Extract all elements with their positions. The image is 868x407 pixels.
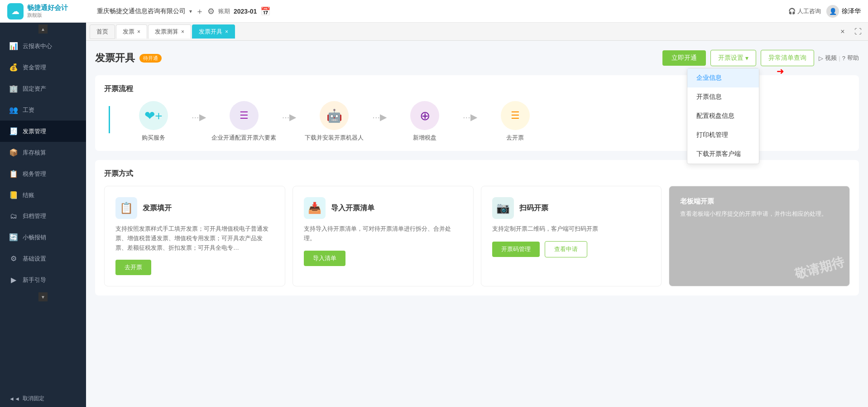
sidebar-item-fapiao[interactable]: 🧾 发票管理	[0, 121, 86, 142]
xinshou-icon: ▶	[9, 276, 18, 284]
arrow-3: ···▶	[372, 111, 387, 122]
status-badge: 待开通	[139, 54, 162, 63]
fapiao-icon: 🧾	[9, 127, 18, 136]
fill-icon: 📋	[115, 197, 137, 219]
period-label: 账期	[218, 7, 230, 15]
process-step-invoice: ☰ 去开票	[479, 101, 551, 142]
process-step-addtaxdisk: ⊕ 新增税盘	[388, 101, 461, 142]
dropdown-item-download[interactable]: 下载开票客户端	[687, 145, 759, 164]
close-tab-button[interactable]: ×	[836, 25, 849, 38]
buy-label: 购买服务	[142, 134, 165, 142]
buy-icon: ❤+	[139, 101, 168, 130]
settings-dropdown: 企业信息 开票信息 配置税盘信息 打印机管理	[687, 68, 759, 164]
cancel-fixed-button[interactable]: ◄◄ 取消固定	[0, 390, 86, 407]
gongzi-icon: 👥	[9, 106, 18, 114]
sidebar-label-gudingzichan: 固定资产	[23, 85, 46, 93]
kucun-icon: 📦	[9, 148, 18, 157]
maximize-button[interactable]: ⛶	[852, 25, 864, 38]
sidebar-item-gongzi[interactable]: 👥 工资	[0, 99, 86, 121]
method-card-import: 📥 导入开票清单 支持导入待开票清单，可对待开票清单进行拆分、合并处理。 导入清…	[293, 186, 474, 286]
dropdown-item-kaipiao[interactable]: 开票信息	[687, 87, 759, 107]
settings-button[interactable]: 开票设置 ▾	[710, 50, 756, 66]
page-title: 发票开具	[95, 51, 135, 65]
methods-grid: 📋 发票填开 支持按照发票样式手工填开发票；可开具增值税电子普通发票、增值税普通…	[104, 186, 850, 286]
username: 徐泽华	[842, 7, 861, 15]
dropdown-item-peizhi[interactable]: 配置税盘信息	[687, 107, 759, 126]
sidebar-item-zijin[interactable]: 💰 资金管理	[0, 57, 86, 78]
sidebar-item-jiezhang[interactable]: 📒 结账	[0, 184, 86, 206]
sidebar-label-yunbao: 云报表中心	[23, 42, 52, 50]
settings-label: 开票设置	[718, 54, 743, 62]
sidebar-item-yunbao[interactable]: 📊 云报表中心	[0, 35, 86, 57]
play-icon: ▷	[819, 55, 823, 62]
config-label: 企业开通配置开票六要素	[211, 134, 276, 142]
download-icon: 🤖	[320, 101, 349, 130]
sidebar-label-zijin: 资金管理	[23, 63, 46, 72]
download-label: 下载并安装开票机器人	[305, 134, 364, 142]
sidebar-label-fapiao: 发票管理	[23, 127, 46, 136]
import-list-button[interactable]: 导入清单	[304, 251, 345, 266]
tab-fapiao[interactable]: 发票 ×	[116, 24, 147, 39]
sidebar-label-xinshou: 新手引导	[23, 276, 46, 284]
activate-button[interactable]: 立即开通	[662, 50, 706, 66]
sidebar-label-guidang: 归档管理	[23, 212, 46, 220]
tab-home[interactable]: 首页	[90, 24, 115, 39]
import-desc: 支持导入待开票清单，可对待开票清单进行拆分、合并处理。	[304, 224, 462, 243]
method-card-scan: 📷 扫码开票 支持定制开票二维码，客户端可扫码开票 开票码管理 查看申请	[481, 186, 662, 286]
dropdown-item-printer[interactable]: 打印机管理	[687, 126, 759, 145]
scroll-up-button[interactable]: ▲	[38, 24, 48, 34]
scan-title: 扫码开票	[519, 204, 548, 213]
sidebar-label-xiaochang: 小畅报销	[23, 233, 46, 242]
user-info[interactable]: 👤 徐泽华	[826, 5, 861, 18]
tab-cesuan-close[interactable]: ×	[181, 29, 184, 35]
scroll-down-button[interactable]: ▼	[38, 292, 48, 301]
sidebar-item-xiaochang[interactable]: 🔄 小畅报销	[0, 227, 86, 248]
fill-desc: 支持按照发票样式手工填开发票；可开具增值税电子普通发票、增值税普通发票、增值税专…	[115, 224, 274, 252]
process-step-config: ☰ 企业开通配置开票六要素	[208, 101, 280, 142]
sidebar-item-gudingzichan[interactable]: 🏢 固定资产	[0, 78, 86, 99]
tab-home-label: 首页	[96, 28, 108, 36]
tab-kaiju-close[interactable]: ×	[225, 29, 228, 35]
sidebar-item-guidang[interactable]: 🗂 归档管理	[0, 206, 86, 227]
red-arrow-indicator: ➜	[777, 66, 784, 77]
qr-manage-button[interactable]: 开票码管理	[492, 242, 540, 257]
arrow-1: ···▶	[192, 111, 206, 122]
addtaxdisk-icon: ⊕	[410, 101, 439, 130]
process-step-download: 🤖 下载并安装开票机器人	[298, 101, 370, 142]
config-icon: ☰	[230, 101, 259, 130]
process-step-buy: ❤+ 购买服务	[117, 101, 190, 142]
yunbao-icon: 📊	[9, 42, 18, 50]
abnormal-button[interactable]: 异常清单查询	[761, 50, 814, 66]
sidebar-item-kucun[interactable]: 📦 库存核算	[0, 142, 86, 163]
zijin-icon: 💰	[9, 63, 18, 72]
sidebar-label-jiezhang: 结账	[23, 191, 34, 199]
consult-button[interactable]: 🎧 人工咨询	[788, 7, 821, 15]
invoice-icon: ☰	[501, 101, 530, 130]
video-label: 视频	[825, 54, 837, 62]
arrow-4: ···▶	[463, 111, 477, 122]
tab-cesuan[interactable]: 发票测算 ×	[148, 24, 191, 39]
jichu-icon: ⚙	[9, 254, 18, 263]
headset-icon: 🎧	[788, 8, 796, 15]
add-company-button[interactable]: ＋	[196, 6, 204, 17]
app-edition: 旗舰版	[27, 12, 68, 19]
sidebar-item-xinshou[interactable]: ▶ 新手引导	[0, 269, 86, 291]
sidebar-label-gongzi: 工资	[23, 106, 34, 114]
video-button[interactable]: ▷ 视频 | ? 帮助	[819, 54, 859, 62]
tab-kaiju-label: 发票开具	[199, 28, 222, 36]
watermark-text: 敬请期待	[793, 254, 846, 284]
dropdown-item-enterprise[interactable]: 企业信息	[687, 68, 759, 87]
view-apply-button[interactable]: 查看申请	[545, 241, 587, 257]
company-dropdown-icon[interactable]: ▾	[189, 8, 192, 15]
settings-button[interactable]: ⚙	[207, 6, 215, 16]
tab-kaiju[interactable]: 发票开具 ×	[192, 24, 235, 39]
tab-fapiao-close[interactable]: ×	[137, 29, 140, 35]
go-invoice-button[interactable]: 去开票	[115, 260, 151, 275]
calendar-icon[interactable]: 📅	[260, 6, 270, 16]
boss-title: 老板端开票	[680, 197, 839, 206]
sidebar-item-jichu[interactable]: ⚙ 基础设置	[0, 248, 86, 269]
unpin-icon: ◄◄	[9, 396, 20, 402]
sidebar-item-shuiwu[interactable]: 📋 税务管理	[0, 163, 86, 184]
methods-section: 开票方式 📋 发票填开 支持按照发票样式手工填开发票；可开具增值税电子普通发票、…	[95, 160, 859, 296]
avatar: 👤	[826, 5, 839, 18]
